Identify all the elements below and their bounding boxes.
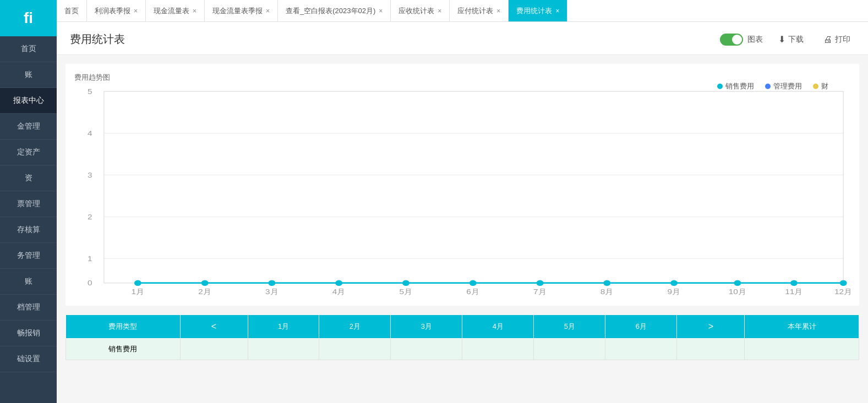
svg-text:5月: 5月 (400, 288, 413, 295)
svg-text:3月: 3月 (265, 288, 279, 295)
nav-prev-arrow[interactable]: < (209, 322, 219, 331)
col-type: 费用类型 (66, 315, 181, 339)
row-value-5 (534, 339, 605, 360)
svg-point-31 (537, 280, 544, 286)
nav-next-arrow[interactable]: > (706, 322, 716, 331)
tab-close-现金流量表[interactable]: × (193, 7, 196, 15)
main-area: 首页利润表季报×现金流量表×现金流量表季报×查看_空白报表(2023年02月)×… (57, 0, 868, 403)
col-month-5: 5月 (534, 315, 605, 339)
svg-text:6月: 6月 (466, 288, 479, 295)
print-button[interactable]: 🖨 打印 (819, 32, 855, 47)
tab-查看_空白报表(2023年02月)[interactable]: 查看_空白报表(2023年02月)× (278, 0, 391, 21)
tab-close-现金流量表季报[interactable]: × (266, 7, 270, 15)
table-row: 销售费用 (66, 339, 859, 360)
sidebar-item-畅报销[interactable]: 畅报销 (0, 321, 57, 346)
download-icon: ⬇ (778, 34, 785, 45)
chart-toggle-label: 图表 (747, 35, 763, 45)
col-nav-next[interactable]: > (677, 315, 745, 339)
svg-text:8月: 8月 (600, 288, 614, 295)
table-area: 费用类型 < 1月 2月 3月 4月 5月 6月 > 本年累计 销售费用 (65, 314, 859, 360)
table-header-row: 费用类型 < 1月 2月 3月 4月 5月 6月 > 本年累计 (66, 315, 859, 339)
sidebar-item-票管理[interactable]: 票管理 (0, 191, 57, 217)
svg-rect-12 (104, 91, 843, 283)
row-value-1 (248, 339, 319, 360)
svg-text:2月: 2月 (198, 288, 211, 295)
col-total: 本年累计 (745, 315, 859, 339)
row-type: 销售费用 (66, 339, 181, 360)
sidebar-item-资[interactable]: 资 (0, 165, 57, 191)
tab-close-查看_空白报表(2023年02月)[interactable]: × (379, 7, 383, 15)
print-icon: 🖨 (823, 35, 832, 45)
col-month-1: 1月 (248, 315, 319, 339)
tab-应收统计表[interactable]: 应收统计表× (391, 0, 450, 21)
sidebar-item-务管理[interactable]: 务管理 (0, 243, 57, 269)
chart-area: 费用趋势图 销售费用管理费用财 5 4 3 2 1 0 (65, 64, 859, 306)
svg-point-32 (603, 280, 610, 286)
tab-首页[interactable]: 首页 (57, 0, 87, 21)
tab-close-费用统计表[interactable]: × (555, 7, 559, 15)
page-title: 费用统计表 (70, 32, 125, 47)
svg-text:7月: 7月 (533, 288, 547, 295)
svg-point-25 (134, 280, 141, 286)
svg-point-30 (470, 280, 477, 286)
sidebar-item-金管理[interactable]: 金管理 (0, 114, 57, 140)
sidebar-logo: fi (0, 0, 57, 36)
tab-现金流量表[interactable]: 现金流量表× (146, 0, 205, 21)
sidebar-item-账[interactable]: 账 (0, 269, 57, 295)
tab-费用统计表[interactable]: 费用统计表× (509, 0, 567, 21)
row-nav2-empty (677, 339, 745, 360)
svg-point-28 (335, 280, 342, 286)
svg-point-34 (734, 280, 741, 286)
tab-close-应收统计表[interactable]: × (438, 7, 441, 15)
svg-text:9月: 9月 (668, 288, 681, 295)
sidebar-nav: 首页账报表中心金管理定资产资票管理存核算务管理账档管理畅报销础设置 (0, 36, 57, 403)
svg-text:1月: 1月 (131, 288, 144, 295)
svg-point-33 (670, 280, 678, 286)
svg-point-36 (840, 280, 847, 286)
col-month-2: 2月 (319, 315, 391, 339)
col-month-3: 3月 (391, 315, 462, 339)
print-label: 打印 (835, 35, 850, 45)
line-chart: 5 4 3 2 1 0 1月 2月 (74, 88, 850, 297)
sidebar-item-存核算[interactable]: 存核算 (0, 217, 57, 243)
svg-text:3: 3 (88, 171, 92, 179)
sidebar-item-础设置[interactable]: 础设置 (0, 346, 57, 372)
chart-container: 5 4 3 2 1 0 1月 2月 (74, 88, 850, 297)
svg-text:10月: 10月 (729, 288, 746, 295)
sidebar-item-档管理[interactable]: 档管理 (0, 295, 57, 321)
chart-toggle-wrap[interactable]: 图表 (720, 34, 763, 46)
svg-point-27 (269, 280, 276, 286)
col-month-6: 6月 (605, 315, 677, 339)
row-value-6 (605, 339, 677, 360)
chart-toggle[interactable] (720, 34, 743, 46)
svg-text:5: 5 (88, 88, 92, 95)
tab-close-应付统计表[interactable]: × (496, 7, 500, 15)
svg-text:11月: 11月 (785, 288, 803, 295)
tab-应付统计表[interactable]: 应付统计表× (450, 0, 509, 21)
svg-point-26 (201, 280, 209, 286)
sidebar-item-定资产[interactable]: 定资产 (0, 140, 57, 165)
download-button[interactable]: ⬇ 下载 (774, 32, 808, 47)
tab-close-利润表季报[interactable]: × (134, 7, 138, 15)
sidebar-item-首页[interactable]: 首页 (0, 36, 57, 62)
col-month-4: 4月 (462, 315, 534, 339)
row-value-4 (462, 339, 534, 360)
svg-text:4月: 4月 (332, 288, 346, 295)
sidebar-item-账[interactable]: 账 (0, 62, 57, 88)
page-content: 费用统计表 图表 ⬇ 下载 🖨 打印 费用趋势图 (57, 22, 868, 403)
table-body: 销售费用 (66, 339, 859, 360)
col-nav-prev[interactable]: < (180, 315, 248, 339)
row-value-3 (391, 339, 462, 360)
tab-利润表季报[interactable]: 利润表季报× (87, 0, 146, 21)
sidebar-item-报表中心[interactable]: 报表中心 (0, 88, 57, 114)
data-table: 费用类型 < 1月 2月 3月 4月 5月 6月 > 本年累计 销售费用 (65, 314, 859, 360)
header-actions: 图表 ⬇ 下载 🖨 打印 (720, 32, 855, 47)
tab-现金流量表季报[interactable]: 现金流量表季报× (205, 0, 278, 21)
svg-text:1: 1 (88, 255, 92, 262)
sidebar: fi 首页账报表中心金管理定资产资票管理存核算务管理账档管理畅报销础设置 (0, 0, 57, 403)
svg-text:0: 0 (88, 279, 92, 286)
tab-bar: 首页利润表季报×现金流量表×现金流量表季报×查看_空白报表(2023年02月)×… (57, 0, 868, 22)
svg-text:2: 2 (88, 213, 92, 220)
svg-text:12月: 12月 (834, 288, 850, 295)
page-header: 费用统计表 图表 ⬇ 下载 🖨 打印 (57, 22, 868, 55)
